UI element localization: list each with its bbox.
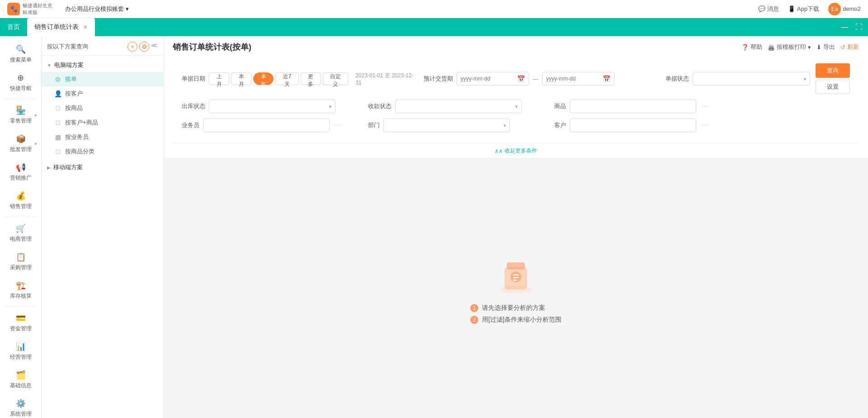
date-btn-group: 上月 本月 本年 近7天 更多 自定义 [209, 72, 348, 85]
chevron-down-icon: ▾ [126, 5, 129, 12]
export-button[interactable]: ⬇ 导出 [816, 43, 835, 51]
topbar-right: 💬 消息 📱 App下载 Ea demo2 [758, 3, 861, 15]
customer-scheme-icon: 👤 [54, 90, 61, 97]
department-select[interactable]: ▾ [383, 119, 510, 132]
expected-date-to[interactable]: 📅 [542, 72, 614, 86]
page-header: 销售订单统计表(按单) ❓ 帮助 🖨️ 按模板打印 ▾ ⬇ [164, 36, 868, 159]
minimize-icon[interactable]: — [839, 21, 850, 33]
settings-button[interactable]: 设置 [816, 80, 850, 94]
print-chevron-icon: ▾ [808, 44, 811, 51]
company-selector[interactable]: 办公用品行业模拟账套 ▾ [65, 5, 129, 13]
help-button[interactable]: ❓ 帮助 [741, 43, 762, 51]
message-button[interactable]: 💬 消息 [758, 5, 779, 13]
system-icon: ⚙️ [16, 399, 26, 408]
expected-date-to-input[interactable] [546, 76, 601, 82]
sidebar-item-wholesale[interactable]: 📦 批发管理 [0, 129, 41, 158]
collapse-scheme-button[interactable]: ≪ [151, 42, 158, 52]
query-button[interactable]: 查询 [816, 63, 850, 78]
salesperson-more-icon[interactable]: ··· [335, 121, 342, 129]
inventory-icon: 🏗️ [16, 280, 26, 290]
empty-tip-1: 1 请先选择要分析的方案 [470, 304, 561, 312]
add-scheme-button[interactable]: + [127, 42, 137, 52]
cust-prod-scheme-icon: □ [54, 119, 61, 126]
app-download-button[interactable]: 📱 App下载 [788, 5, 819, 13]
sidebar-item-sales[interactable]: 💰 销售管理 [0, 186, 41, 215]
empty-state: 1 请先选择要分析的方案 2 用[过滤]条件来缩小分析范围 [470, 253, 561, 324]
sidebar-item-inventory[interactable]: 🏗️ 库存核算 [0, 276, 41, 304]
arrow-right-icon: ▶ [47, 165, 51, 170]
sidebar-item-marketing[interactable]: 📢 营销推广 [0, 158, 41, 186]
export-icon: ⬇ [816, 44, 821, 51]
scheme-group-desktop: ▼ 电脑端方案 ⊙ 按单 👤 按客户 □ 按商品 □ 按客户+商品 [42, 58, 163, 159]
nav-right-actions: — ⛶ [839, 21, 868, 33]
collapse-bar[interactable]: ∧∧ 收起更多条件 [173, 143, 859, 158]
user-menu[interactable]: Ea demo2 [828, 3, 861, 15]
sidebar-item-basic[interactable]: 🗂️ 基础信息 [0, 366, 41, 394]
expected-date-from[interactable]: 📅 [457, 72, 529, 86]
scheme-item-by-product[interactable]: □ 按商品 [42, 101, 163, 115]
filter-row-2: 出库状态 ▾ 收款状态 ▾ [182, 100, 850, 113]
order-scheme-icon: ⊙ [54, 76, 61, 83]
sidebar-quick-nav[interactable]: ⊕ 快捷导航 [0, 68, 41, 97]
sidebar-item-purchase[interactable]: 📋 采购管理 [0, 247, 41, 276]
tab-home[interactable]: 首页 [0, 18, 27, 36]
calendar-icon-2: 📅 [603, 75, 610, 82]
finance-icon: 💳 [16, 313, 26, 323]
date-btn-custom[interactable]: 自定义 [323, 72, 349, 85]
date-btn-this-year[interactable]: 本年 [253, 72, 274, 85]
scheme-item-by-cust-prod[interactable]: □ 按客户+商品 [42, 115, 163, 130]
svg-rect-5 [513, 277, 519, 278]
product-input-wrap[interactable] [570, 100, 696, 113]
expand-icon[interactable]: ⛶ [854, 21, 864, 33]
phone-icon: 📱 [788, 5, 795, 12]
customer-input[interactable] [574, 122, 692, 129]
sidebar-search[interactable]: 🔍 搜索菜单 [0, 40, 41, 68]
date-btn-7days[interactable]: 近7天 [275, 72, 299, 85]
category-scheme-icon: □ [54, 148, 61, 155]
empty-tip-2: 2 用[过滤]条件来缩小分析范围 [470, 316, 561, 324]
delivery-status-select[interactable]: ▾ [209, 100, 335, 113]
ecommerce-icon: 🛒 [16, 223, 26, 233]
date-btn-this-month[interactable]: 本月 [231, 72, 251, 85]
product-input[interactable] [574, 103, 692, 110]
customer-input-wrap[interactable] [570, 119, 696, 132]
customer-more-icon[interactable]: ··· [702, 121, 709, 129]
sidebar-item-operations[interactable]: 📊 经营管理 [0, 337, 41, 366]
sidebar-divider-1 [4, 99, 38, 99]
salesperson-input-wrap[interactable] [203, 119, 330, 132]
sidebar-item-system[interactable]: ⚙️ 系统管理 [0, 394, 41, 418]
date-btn-more[interactable]: 更多 [301, 72, 321, 85]
sidebar: 🔍 搜索菜单 ⊕ 快捷导航 🏪 零售管理 📦 批发管理 📢 营销推广 💰 销售管… [0, 36, 42, 418]
sidebar-item-ecommerce[interactable]: 🛒 电商管理 [0, 219, 41, 247]
scheme-item-by-salesperson[interactable]: ▦ 按业务员 [42, 130, 163, 144]
salesperson-input[interactable] [207, 122, 326, 129]
scheme-group-mobile-header[interactable]: ▶ 移动端方案 [42, 161, 163, 174]
edit-scheme-button[interactable]: ⚙ [139, 42, 149, 52]
print-button[interactable]: 🖨️ 按模板打印 ▾ [768, 43, 811, 51]
scheme-item-by-customer[interactable]: 👤 按客户 [42, 86, 163, 101]
tab-sales-stats[interactable]: 销售订单统计表 ✕ [27, 18, 95, 36]
tab-close-icon[interactable]: ✕ [83, 24, 88, 30]
logo-text: 畅捷通好生意 标准版 [23, 2, 52, 15]
bill-status-select[interactable]: ▾ [693, 72, 810, 86]
search-icon: 🔍 [16, 44, 26, 54]
payment-status-select[interactable]: ▾ [395, 100, 522, 113]
content-area: 按以下方案查询 + ⚙ ≪ ▼ 电脑端方案 ⊙ 按单 [42, 36, 868, 418]
logo-area: 🐾 畅捷通好生意 标准版 [7, 2, 52, 15]
product-more-icon[interactable]: ··· [702, 102, 709, 110]
empty-tips: 1 请先选择要分析的方案 2 用[过滤]条件来缩小分析范围 [470, 304, 561, 324]
scheme-item-by-category[interactable]: □ 按商品分类 [42, 144, 163, 159]
scheme-group-desktop-header[interactable]: ▼ 电脑端方案 [42, 58, 163, 72]
sidebar-item-retail[interactable]: 🏪 零售管理 [0, 101, 41, 129]
operations-icon: 📊 [16, 342, 26, 352]
chevron-down-delivery: ▾ [329, 104, 331, 109]
expected-date-filter: 预计交货期 📅 — 📅 [424, 72, 660, 86]
date-btn-last-month[interactable]: 上月 [209, 72, 229, 85]
department-filter: 部门 ▾ [368, 119, 549, 132]
sidebar-item-finance[interactable]: 💳 资金管理 [0, 309, 41, 337]
salesperson-scheme-icon: ▦ [54, 133, 61, 141]
expected-date-from-input[interactable] [461, 76, 515, 82]
purchase-icon: 📋 [16, 252, 26, 262]
scheme-item-by-order[interactable]: ⊙ 按单 [42, 72, 163, 86]
refresh-button[interactable]: ↺ 刷新 [840, 43, 859, 51]
